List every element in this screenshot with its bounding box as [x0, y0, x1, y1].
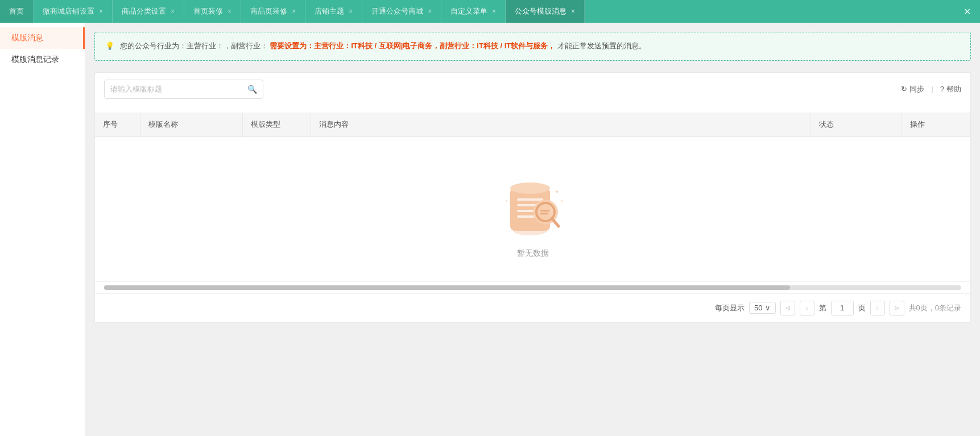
page-size-chevron-icon: ∨	[765, 304, 771, 312]
notice-suffix: 才能正常发送预置的消息。	[557, 41, 646, 50]
page-last-button[interactable]: ⊳	[890, 301, 904, 315]
notice-prefix: 您的公众号行业为：主营行业：，副营行业：	[120, 41, 268, 50]
help-icon: ?	[940, 85, 944, 93]
tab-category-close[interactable]: ×	[171, 8, 175, 15]
search-actions: ↻ 同步 | ? 帮助	[901, 84, 961, 94]
svg-text:✦: ✦	[560, 199, 564, 203]
tab-shop-theme-label: 店铺主题	[315, 6, 344, 16]
action-divider: |	[931, 85, 933, 93]
tab-template-msg-label: 公众号模版消息	[515, 6, 567, 16]
tab-open-mall-label: 开通公众号商城	[371, 6, 423, 16]
sidebar-item-template-msg-label: 模版消息	[11, 33, 43, 42]
scrollbar-thumb	[104, 285, 790, 290]
sidebar-item-template-record-label: 模版消息记录	[11, 55, 59, 64]
table-header: 序号 模版名称 模版类型 消息内容 状态 操作	[95, 113, 970, 137]
tab-custom-menu-close[interactable]: ×	[492, 8, 496, 15]
empty-state: ✦ ✦ ✦ 暂无数据	[95, 137, 970, 281]
help-button[interactable]: ? 帮助	[940, 84, 961, 94]
tab-home-decor-label: 首页装修	[193, 6, 223, 16]
tab-product-decor-label: 商品页装修	[250, 6, 287, 16]
empty-text: 暂无数据	[517, 248, 549, 259]
tab-custom-menu[interactable]: 自定义菜单 ×	[441, 0, 506, 23]
empty-illustration: ✦ ✦ ✦	[499, 171, 567, 239]
content-area: 💡 您的公众号行业为：主营行业：，副营行业： 需要设置为：主营行业：IT科技 /…	[85, 23, 980, 436]
tab-shop-theme[interactable]: 店铺主题 ×	[305, 0, 362, 23]
th-name: 模版名称	[140, 113, 243, 136]
tab-category[interactable]: 商品分类设置 ×	[113, 0, 184, 23]
page-size-value: 50	[754, 304, 762, 312]
tab-product-decor-close[interactable]: ×	[292, 8, 296, 15]
tab-home-decor[interactable]: 首页装修 ×	[184, 0, 241, 23]
page-size-label: 每页显示	[715, 303, 745, 313]
page-next-button[interactable]: ›	[870, 301, 885, 315]
pagination: 每页显示 50 ∨ ⊲ ‹ 第 页 › ⊳ 共0页，0条记录	[95, 293, 970, 322]
page-total: 共0页，0条记录	[909, 303, 961, 313]
tab-custom-menu-label: 自定义菜单	[450, 6, 487, 16]
scrollbar-row	[95, 281, 970, 293]
th-content: 消息内容	[311, 113, 811, 136]
main-layout: 模版消息 模版消息记录 💡 您的公众号行业为：主营行业：，副营行业： 需要设置为…	[0, 23, 980, 436]
search-bar: 🔍 ↻ 同步 | ? 帮助	[95, 73, 970, 106]
tab-template-msg-close[interactable]: ×	[571, 8, 575, 15]
notice-icon: 💡	[105, 41, 114, 50]
tab-open-mall-close[interactable]: ×	[428, 8, 432, 15]
page-suffix: 页	[858, 303, 866, 313]
sidebar: 模版消息 模版消息记录	[0, 23, 85, 436]
th-status: 状态	[811, 113, 902, 136]
tab-category-label: 商品分类设置	[122, 6, 166, 16]
tab-bar-close-all[interactable]: ✕	[954, 0, 980, 23]
svg-text:✦: ✦	[505, 198, 508, 204]
sidebar-item-template-msg[interactable]: 模版消息	[0, 27, 85, 49]
tab-micro-shop[interactable]: 微商城店铺设置 ×	[34, 0, 113, 23]
table-container: 🔍 ↻ 同步 | ? 帮助 序号 模版名称 模版	[94, 72, 971, 323]
search-input-wrap[interactable]: 🔍	[104, 80, 263, 99]
page-prev-button[interactable]: ‹	[800, 301, 814, 315]
notice-highlight: 需要设置为：主营行业：IT科技 / 互联网|电子商务，副营行业：IT科技 / I…	[270, 41, 555, 50]
tab-home-label: 首页	[9, 6, 24, 16]
search-icon[interactable]: 🔍	[247, 85, 257, 94]
fake-scrollbar[interactable]	[104, 285, 961, 290]
tab-open-mall[interactable]: 开通公众号商城 ×	[362, 0, 441, 23]
help-label: 帮助	[946, 84, 961, 94]
th-type: 模版类型	[243, 113, 311, 136]
th-action: 操作	[902, 113, 970, 136]
tab-template-msg[interactable]: 公众号模版消息 ×	[506, 0, 585, 23]
notice-banner: 💡 您的公众号行业为：主营行业：，副营行业： 需要设置为：主营行业：IT科技 /…	[94, 32, 971, 61]
sidebar-item-template-record[interactable]: 模版消息记录	[0, 49, 85, 70]
sync-label: 同步	[909, 84, 924, 94]
th-index: 序号	[95, 113, 140, 136]
tab-micro-shop-close[interactable]: ×	[99, 8, 103, 15]
page-size-select[interactable]: 50 ∨	[749, 302, 775, 314]
tab-micro-shop-label: 微商城店铺设置	[43, 6, 94, 16]
tab-home-decor-close[interactable]: ×	[228, 8, 231, 15]
tab-home[interactable]: 首页	[0, 0, 34, 23]
tab-shop-theme-close[interactable]: ×	[349, 8, 353, 15]
tab-bar: 首页 微商城店铺设置 × 商品分类设置 × 首页装修 × 商品页装修 × 店铺主…	[0, 0, 980, 23]
page-first-button[interactable]: ⊲	[780, 301, 795, 315]
page-prefix: 第	[819, 303, 826, 313]
tab-product-decor[interactable]: 商品页装修 ×	[241, 0, 305, 23]
sync-button[interactable]: ↻ 同步	[901, 84, 924, 94]
search-input[interactable]	[110, 85, 245, 93]
svg-text:✦: ✦	[555, 189, 559, 195]
sync-icon: ↻	[901, 85, 907, 93]
svg-point-2	[510, 182, 550, 194]
page-current-input[interactable]	[831, 301, 854, 315]
svg-rect-3	[517, 198, 543, 201]
